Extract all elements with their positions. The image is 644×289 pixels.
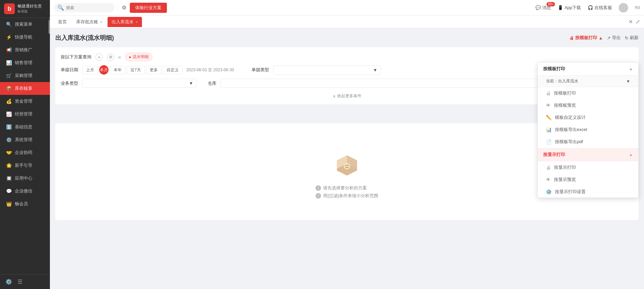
- tab-inventory-batch[interactable]: 库存批次账 ×: [72, 17, 106, 27]
- sidebar-item-search[interactable]: 🔍 搜索菜单: [0, 18, 50, 31]
- dropdown-item-label: 按模板打印: [554, 90, 576, 96]
- header-gear-icon[interactable]: ⚙: [122, 4, 126, 11]
- sidebar-item-appcenter[interactable]: 🔲 应用中心: [0, 172, 50, 185]
- display-settings-icon: ⚙️: [546, 189, 552, 194]
- dropdown-section2-title: 按显示打印: [543, 152, 565, 158]
- date-btn-7days[interactable]: 近7天: [127, 66, 145, 74]
- preview-icon: 👁: [546, 103, 551, 108]
- tab-inventory-flow[interactable]: 出入库流水 ×: [108, 17, 142, 27]
- sidebar-item-purchase[interactable]: 🛒 采购管理: [0, 69, 50, 82]
- date-btn-more[interactable]: 更多: [146, 66, 162, 74]
- dropdown-item-display-print[interactable]: 🖨 按显示打印: [538, 161, 638, 174]
- username-label: Rit: [635, 5, 640, 10]
- header-divider: [118, 4, 118, 11]
- dropdown-section1-toggle[interactable]: ▲: [629, 67, 633, 71]
- date-btn-thisyear[interactable]: 本年: [110, 66, 125, 74]
- tab-inventory-flow-label: 出入库流水: [112, 19, 134, 25]
- filter-collapse-icon[interactable]: «: [118, 54, 121, 60]
- refresh-button[interactable]: ↻ 刷新: [625, 35, 639, 41]
- window-buttons: ✕ ⤢: [628, 19, 640, 25]
- sidebar-item-member[interactable]: 👑 畅会员: [0, 198, 50, 210]
- sidebar-item-label: 企业微信: [15, 188, 32, 194]
- sidebar-item-collab[interactable]: 🤝 企业协同: [0, 146, 50, 159]
- collapse-button[interactable]: ∧ 收起更多条件: [333, 93, 361, 99]
- sidebar-item-finance[interactable]: 💰 资金管理: [0, 95, 50, 108]
- filter-settings-icon[interactable]: ⚙: [107, 53, 114, 61]
- page-title-row: 出入库流水(流水明细) 🖨 按模板打印 ▲ ↗ 导出 ↻ 刷新: [55, 34, 639, 42]
- search-input[interactable]: [66, 5, 107, 10]
- message-icon: 💬: [535, 5, 541, 10]
- sidebar-item-quicknav[interactable]: ⚡ 快捷导航: [0, 31, 50, 44]
- dropdown-item-display-preview[interactable]: 👁 按显示预览: [538, 174, 638, 186]
- dropdown-item-label: 按模板导出pdf: [555, 139, 583, 145]
- sidebar-item-label: 采购管理: [15, 73, 32, 79]
- message-button[interactable]: 💬 消息 99+: [535, 5, 551, 11]
- date-btn-custom[interactable]: 自定义: [163, 66, 182, 74]
- sidebar-item-basic-info[interactable]: ℹ️ 基础信息: [0, 121, 50, 133]
- export-button[interactable]: ↗ 导出: [607, 35, 621, 41]
- filter-date-group: 上月 本月 本年 近7天 更多 自定义 2023-06-01 至 2023-06…: [82, 65, 234, 75]
- sidebar-item-system[interactable]: ⚙️ 系统管理: [0, 133, 50, 146]
- trial-button[interactable]: 体验行业方案: [130, 3, 167, 13]
- dropdown-item-label: 按显示预览: [554, 177, 576, 183]
- sidebar-item-management[interactable]: 📈 经营管理: [0, 108, 50, 121]
- filter-warehouse-label: 仓库: [208, 80, 216, 86]
- user-avatar[interactable]: [619, 3, 628, 12]
- inventory-icon: 📦: [5, 86, 12, 91]
- design-icon: ✏️: [546, 115, 552, 120]
- tab-home[interactable]: 首页: [54, 17, 71, 27]
- online-service-button[interactable]: 🎧 在线客服: [588, 5, 612, 11]
- print-template-button[interactable]: 🖨 按模板打印 ▲: [569, 35, 603, 41]
- print-icon: 🖨: [569, 35, 574, 41]
- print-icon: 🖨: [546, 90, 551, 96]
- filter-scheme-label: 按以下方案查询: [61, 54, 91, 60]
- sidebar-item-marketing[interactable]: 📢 营销推广: [0, 44, 50, 56]
- filter-add-button[interactable]: +: [95, 53, 103, 61]
- app-download-button[interactable]: 📱 App下载: [558, 5, 581, 11]
- bottom-menu-icon[interactable]: ☰: [18, 279, 22, 285]
- dropdown-item-display-settings[interactable]: ⚙️ 按显示打印设置: [538, 186, 638, 198]
- sidebar-item-wechat[interactable]: 💬 企业微信: [0, 185, 50, 198]
- app-logo-icon: b: [4, 3, 15, 14]
- dropdown-section2-header[interactable]: 按显示打印 ▲: [538, 148, 638, 161]
- management-icon: 📈: [5, 111, 12, 117]
- sidebar-item-inventory[interactable]: 📦 库存核算: [0, 82, 50, 95]
- top-header: 🔍 ⚙ 体验行业方案 💬 消息 99+ 📱 App下载 🎧 在线客服 Rit: [50, 0, 644, 16]
- tabs-bar: 首页 库存批次账 × 出入库流水 × ✕ ⤢: [50, 16, 644, 28]
- dropdown-item-template-print[interactable]: 🖨 按模板打印: [538, 87, 638, 99]
- tab-inventory-batch-label: 库存批次账: [76, 19, 98, 25]
- date-btn-lastmonth[interactable]: 上月: [82, 66, 98, 74]
- dropdown-item-template-design[interactable]: ✏️ 模板自定义设计: [538, 111, 638, 124]
- sidebar-item-guide[interactable]: 🌟 新手引导: [0, 159, 50, 172]
- page-title: 出入库流水(流水明细): [55, 34, 114, 42]
- tab-inventory-batch-close[interactable]: ×: [100, 20, 102, 24]
- dropdown-section2-toggle[interactable]: ▲: [629, 152, 633, 157]
- main-area: 🔍 ⚙ 体验行业方案 💬 消息 99+ 📱 App下载 🎧 在线客服 Rit: [50, 0, 644, 289]
- dropdown-item-template-preview[interactable]: 👁 按模板预览: [538, 99, 638, 111]
- dropdown-item-label: 按显示打印设置: [555, 189, 586, 195]
- search-icon: 🔍: [5, 22, 12, 27]
- tab-inventory-flow-close[interactable]: ×: [136, 20, 138, 24]
- filter-tag-liushui[interactable]: ● 流水明细: [125, 53, 152, 61]
- bottom-settings-icon[interactable]: ⚙️: [5, 279, 12, 285]
- purchase-icon: 🛒: [5, 73, 12, 78]
- dropdown-item-template-pdf[interactable]: 📄 按模板导出pdf: [538, 136, 638, 148]
- sidebar-item-sales[interactable]: 📊 销售管理: [0, 56, 50, 69]
- close-window-icon[interactable]: ✕: [628, 19, 633, 25]
- app-version: 标准版: [18, 9, 42, 14]
- sidebar-logo: b 畅捷通好生意 标准版: [0, 0, 50, 18]
- dropdown-item-label: 按模板预览: [554, 102, 576, 108]
- doctype-select[interactable]: ▼: [273, 65, 381, 75]
- system-icon: ⚙️: [5, 137, 12, 142]
- date-btn-thismonth[interactable]: 本月: [99, 65, 109, 75]
- appcenter-icon: 🔲: [5, 176, 12, 181]
- dropdown-section1-header[interactable]: 按模板打印 ▲: [538, 62, 638, 76]
- search-box[interactable]: 🔍: [54, 3, 115, 12]
- biztype-select[interactable]: ▼: [82, 79, 197, 88]
- sidebar-bottom: ⚙️ ☰: [0, 274, 50, 289]
- member-icon: 👑: [5, 201, 12, 207]
- svg-point-6: [348, 165, 349, 166]
- maximize-window-icon[interactable]: ⤢: [636, 19, 640, 25]
- dropdown-item-template-excel[interactable]: 📊 按模板导出excel: [538, 124, 638, 136]
- tip-text-1: 请先选择要分析的方案: [323, 184, 367, 192]
